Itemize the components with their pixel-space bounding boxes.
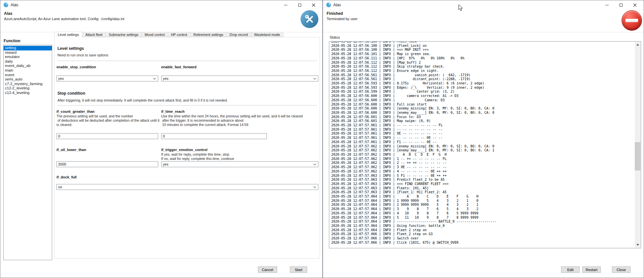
log-line: 2020-05-28 12:07:57.062 | INFO | [enemy_… — [331, 144, 634, 149]
function-list-item[interactable]: c12-2_leveling — [4, 86, 52, 91]
log-line: 2020-05-28 12:07:56.100 | INFO | fleet_l… — [331, 41, 634, 44]
function-list-item[interactable]: semi_auto — [4, 77, 52, 82]
tab[interactable]: Attack fleet — [82, 32, 106, 37]
function-list-item[interactable]: emulator — [4, 55, 52, 59]
log-line: 2020-05-28 12:07:56.599 | INFO | Center … — [331, 90, 634, 94]
restart-button[interactable]: Restart — [582, 266, 601, 273]
settings-tabs: Level settingsAttack fleetSubmarine sett… — [54, 32, 283, 37]
close-icon — [633, 3, 637, 7]
log-line: 2020-05-28 12:07:57.062 | INFO | A B C D… — [331, 153, 634, 157]
function-list-item[interactable]: main — [4, 68, 52, 73]
log-line: 2020-05-28 12:07:56.593 | INFO | 0.175s … — [331, 81, 634, 86]
function-list-item[interactable]: event — [4, 73, 52, 77]
minimize-button[interactable] — [600, 0, 614, 10]
log-line: 2020-05-28 12:07:57.064 | INFO | Using f… — [331, 224, 634, 228]
section-heading-level-settings: Level settings — [57, 46, 84, 51]
log-line: 2020-05-28 12:07:57.064 | INFO | A B C D… — [331, 195, 634, 199]
log-line: 2020-05-28 12:07:56.101 | INFO | Map is … — [331, 52, 634, 56]
maximize-icon — [298, 4, 301, 7]
if-trigger-emotion-control-dropdown[interactable]: yes — [161, 161, 318, 167]
if-oil-lower-than-input[interactable] — [56, 161, 158, 167]
function-list-item[interactable]: c7-2_mystery_farming — [4, 82, 52, 86]
titlebar: Alas — [0, 0, 322, 10]
tab[interactable]: HP control — [168, 32, 191, 37]
enable-fast-forward-dropdown[interactable]: yes — [161, 76, 318, 81]
cancel-button[interactable]: Cancel — [258, 266, 277, 273]
scroll-up-icon[interactable] — [635, 42, 640, 47]
status-label: Status — [330, 35, 340, 39]
log-line: 2020-05-28 12:07:56.601 | INFO | Focus t… — [331, 115, 634, 119]
log-line: 2020-05-28 12:07:57.062 | INFO | 1 -- ++… — [331, 157, 634, 161]
function-list-item[interactable]: event_daily_ab — [4, 64, 52, 68]
log-line: 2020-05-28 12:07:57.061 | INFO | -- -- -… — [331, 128, 634, 132]
maximize-button[interactable] — [614, 0, 628, 10]
dropdown-value: yes — [163, 77, 168, 80]
tab[interactable]: Level settings — [54, 32, 82, 37]
settings-panel: Level settings Need to run once to save … — [54, 37, 320, 259]
log-line: 2020-05-28 12:07:56.112 | INFO | Ensure … — [331, 69, 634, 73]
if-dock-full-label: if_dock_full — [56, 175, 77, 179]
close-dialog-button[interactable]: Close — [612, 266, 630, 273]
function-list-item[interactable]: setting — [4, 46, 52, 50]
log-window: Alas Finished Terminated by user Status … — [323, 0, 644, 278]
log-line: 2020-05-28 12:07:56.111 | INFO | [HP] 97… — [331, 56, 634, 61]
tab[interactable]: Mood control — [141, 32, 168, 37]
log-line: 2020-05-28 12:07:57.063 | INFO | [Fleet_… — [331, 190, 634, 195]
if-time-reach-input[interactable] — [161, 133, 267, 139]
window-title: Alas — [333, 3, 341, 7]
log-line: 2020-05-28 12:07:57.061 | INFO | 0E -- -… — [331, 132, 634, 136]
log-line: 2020-05-28 12:07:56.100 | INFO | <<< MAP… — [331, 48, 634, 52]
function-list-item[interactable]: daily — [4, 59, 52, 64]
divider — [57, 105, 317, 106]
tab[interactable]: Drop record — [226, 32, 251, 37]
close-button[interactable] — [306, 0, 320, 10]
tools-icon — [301, 10, 318, 28]
enable-stop-condition-label: enable_stop_condition — [56, 65, 96, 69]
log-line: 2020-05-28 12:07:57.066 | INFO | Click (… — [331, 241, 634, 245]
tab[interactable]: Wasteland mode — [251, 32, 283, 37]
log-line: 2020-05-28 12:07:56.561 | INFO | distant… — [331, 77, 634, 81]
start-button[interactable]: Start — [290, 266, 307, 273]
log-output[interactable]: 2020-05-28 12:07:56.100 | INFO | fleet_l… — [329, 41, 641, 248]
log-lines: 2020-05-28 12:07:56.100 | INFO | fleet_l… — [331, 41, 634, 245]
log-line: 2020-05-28 12:07:57.063 | INFO | Predict… — [331, 178, 634, 182]
log-line: 2020-05-28 12:07:57.061 | INFO | -- -- -… — [331, 123, 634, 128]
log-line: 2020-05-28 12:07:57.066 | INFO | Switch … — [331, 236, 634, 241]
scrollbar[interactable] — [635, 42, 640, 248]
section-subtitle: After triggering, it will not stop immed… — [57, 98, 228, 102]
minimize-button[interactable] — [279, 0, 293, 10]
section-heading-stop-condition: Stop condition — [57, 91, 85, 96]
window-title: Alas — [11, 3, 18, 7]
maximize-button[interactable] — [293, 0, 306, 10]
function-list-item[interactable]: reward — [4, 50, 52, 55]
app-icon — [3, 2, 9, 8]
tab[interactable]: Submarine settings — [105, 32, 142, 37]
scroll-down-icon[interactable] — [635, 242, 640, 248]
if-dock-full-dropdown[interactable]: no — [56, 184, 318, 190]
tab[interactable]: Retirement settings — [190, 32, 227, 37]
if-time-reach-label: if_time_reach — [161, 109, 185, 113]
log-line: 2020-05-28 12:07:57.064 | INFO | 2 9999 … — [331, 203, 634, 207]
close-button[interactable] — [628, 0, 642, 10]
log-line: 2020-05-28 12:07:57.062 | INFO | 2 -- ++… — [331, 161, 634, 165]
function-list-item[interactable]: c12-4_leveling — [4, 91, 52, 95]
log-line: 2020-05-28 12:07:56.112 | INFO | Skip st… — [331, 65, 634, 69]
log-line: 2020-05-28 12:07:57.061 | INFO | -- -- -… — [331, 136, 634, 140]
enable-fast-forward-label: enable_fast_forward — [161, 65, 197, 69]
header-divider — [323, 32, 644, 32]
scrollbar-thumb[interactable] — [635, 142, 640, 170]
if-count-greater-than-input[interactable] — [56, 133, 158, 139]
function-label: Function — [4, 39, 20, 43]
log-line: 2020-05-28 12:07:57.063 | INFO | 5 F1 --… — [331, 174, 634, 178]
dropdown-value: yes — [58, 77, 64, 80]
log-line: 2020-05-28 12:07:56.600 | INFO | [enemy_… — [331, 111, 634, 115]
log-line: 2020-05-28 12:07:56.600 | INFO | Camera:… — [331, 98, 634, 103]
chevron-down-icon — [313, 162, 316, 165]
log-line: 2020-05-28 12:07:56.600 | INFO | [enemy_… — [331, 107, 634, 111]
log-line: 2020-05-28 12:07:57.063 | INFO | Fleets:… — [331, 186, 634, 191]
page-subtitle: AzurLaneAutoScript, An Azur Lane automat… — [4, 17, 124, 21]
enable-stop-condition-dropdown[interactable]: yes — [56, 76, 158, 81]
chevron-down-icon — [153, 77, 156, 79]
edit-button[interactable]: Edit — [561, 266, 580, 273]
divider — [57, 61, 317, 61]
